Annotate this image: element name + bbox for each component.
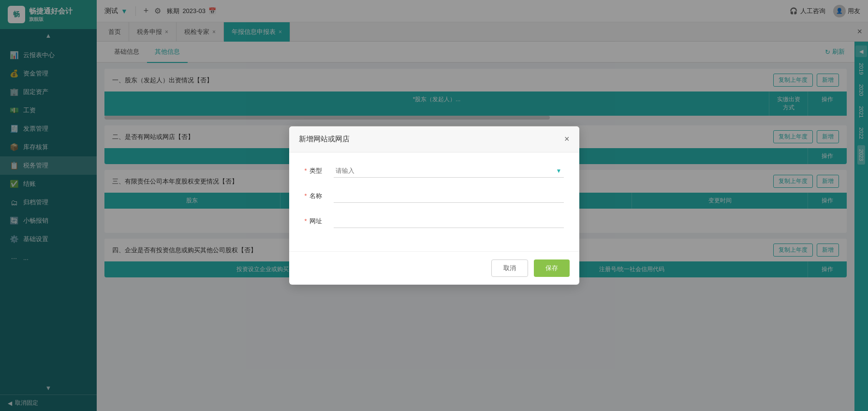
- form-field-type: * 类型 ▼: [305, 164, 564, 178]
- save-btn[interactable]: 保存: [534, 259, 570, 277]
- form-type-wrapper: ▼: [334, 164, 564, 178]
- form-label-type: * 类型: [305, 167, 334, 175]
- type-input[interactable]: [334, 164, 564, 178]
- dialog-body: * 类型 ▼ * 名称 *: [289, 152, 579, 251]
- dialog-footer: 取消 保存: [289, 251, 579, 285]
- url-input[interactable]: [334, 214, 564, 228]
- form-field-name: * 名称: [305, 189, 564, 203]
- form-name-wrapper: [334, 189, 564, 203]
- form-label-name: * 名称: [305, 192, 334, 200]
- dialog-header: 新增网站或网店 ×: [289, 126, 579, 152]
- dialog-overlay: 新增网站或网店 × * 类型 ▼ * 名称: [0, 0, 868, 411]
- add-website-dialog: 新增网站或网店 × * 类型 ▼ * 名称: [289, 126, 579, 285]
- dialog-close-btn[interactable]: ×: [564, 134, 570, 144]
- dialog-title: 新增网站或网店: [299, 135, 350, 144]
- cancel-btn[interactable]: 取消: [491, 259, 528, 277]
- name-input[interactable]: [334, 189, 564, 203]
- form-field-url: * 网址: [305, 214, 564, 228]
- form-label-url: * 网址: [305, 217, 334, 226]
- form-url-wrapper: [334, 214, 564, 228]
